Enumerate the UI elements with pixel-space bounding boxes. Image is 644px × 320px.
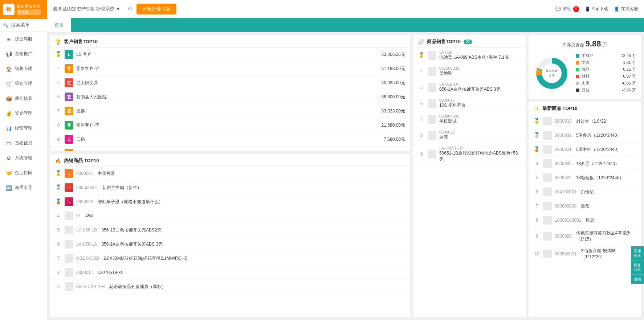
nav-tabs: 首页 (47, 18, 644, 32)
list-item: 6 004100001 白钢垫 (529, 185, 641, 199)
app-subtitle: 标准版 (17, 9, 41, 15)
app-download-btn[interactable]: 📱 App下载 (585, 6, 608, 12)
top-bar: 装备及固定资产辅助管理系统 ▼ ⚙ 体验行业方案 💬 消息 6 📱 App下载 … (47, 0, 644, 18)
sidebar-item-finance[interactable]: 💰 资金管理 (0, 106, 47, 121)
list-item: 8 10000100001 原盅 (529, 213, 641, 227)
float-btn-live[interactable]: 直播 (631, 275, 644, 284)
rank-medal-3: 🥉 (55, 198, 62, 205)
sidebar-item-sales[interactable]: 🏠 销售管理 (0, 61, 47, 76)
list-item: 7 000800008 原盘 (529, 199, 641, 213)
gear-icon[interactable]: ⚙ (128, 6, 132, 12)
legend-value: -0.05 万 (622, 81, 636, 86)
product-code: 000800008 (555, 204, 576, 209)
rank-num: 4 (418, 69, 425, 74)
rank-num: 5 (55, 80, 62, 85)
customer-amount: 33,333.00元 (382, 108, 405, 114)
product-thumbnail (428, 67, 436, 76)
customer-amount: 7,680.00元 (384, 136, 405, 143)
product-name: 智利车子里（规格不知道填什么） (98, 199, 405, 205)
inventory-total: 库存总资金 9.88 万 (534, 39, 636, 49)
customer-amount: 51,183.00元 (382, 66, 405, 72)
newest-icon: ✨ (534, 106, 539, 111)
legend-label: 文具 (582, 60, 621, 65)
system-name-dropdown[interactable]: 装备及固定资产辅助管理系统 ▼ (53, 6, 121, 12)
customer-amount: 21,680.00元 (382, 122, 405, 128)
rank-medal-1: 🥇 (55, 170, 62, 177)
experience-btn[interactable]: 体验行业方案 (136, 4, 176, 15)
product-name: 体械蔗核味苏打饮品400毫升（1*15） (576, 230, 636, 242)
newest-panel: ✨ 最新商品 TOP10 🥇 0000033 封边带（1.0*22） 🥈 (529, 102, 641, 317)
product-name: 056-1A白色按键开关盖ABS 3壳 (439, 86, 521, 93)
product-thumbnail (543, 250, 552, 258)
message-icon: 💬 (555, 7, 561, 12)
customer-name: 云扬 (76, 136, 381, 143)
system-name: 装备及固定资产辅助管理系统 (53, 6, 114, 12)
float-btn-service[interactable]: 客服热线 (631, 246, 644, 260)
sidebar-item-guide[interactable]: 🆕 新手引导 (0, 180, 47, 195)
list-item: 9 KK-SD22110H 花语萌恒温分腿睡袋（厚款） (50, 280, 410, 294)
product-code: 000500001 (76, 185, 98, 190)
sidebar-item-system[interactable]: ⚙ 系统管理 (0, 151, 47, 165)
legend-value: -3.86 万 (622, 87, 636, 93)
legend-value: 1.01 万 (623, 60, 636, 65)
svg-text:占比: 占比 (549, 74, 555, 77)
search-menu[interactable]: 🔍 搜索菜单 (0, 19, 47, 32)
product-code: 0000011 (76, 270, 93, 275)
top-bar-right: 💬 消息 6 📱 App下载 👤 在线客服 (555, 6, 638, 12)
rank-num: 6 (55, 94, 62, 99)
list-item: 🥇 0000033 封边带（1.0*22） (529, 114, 641, 128)
list-item: 9 LA-59651-1B 59651-1B旋转投影灯电池盒ABS黑色+58壳 (413, 143, 526, 165)
table-row: 4 零 零售客户-许 51,183.00元 (50, 62, 410, 76)
product-code: 0000017 (439, 98, 521, 102)
list-item: 🥉 🍗 0000002 智利车子里（规格不知道填什么） (50, 195, 410, 209)
sidebar-item-base[interactable]: 🗃 基础信息 (0, 136, 47, 151)
sidebar-item-quick-nav[interactable]: ⊞ 快捷导航 (0, 32, 47, 46)
sidebar-item-label: 快捷导航 (15, 36, 32, 42)
inventory-panel: 库存总资金 9.88 万 (529, 35, 641, 99)
sidebar-item-inventory[interactable]: 📦 库存核算 (0, 91, 47, 106)
quick-nav-icon: ⊞ (5, 36, 12, 42)
inventory-unit: 万 (602, 42, 607, 48)
product-code: 003800001 (555, 251, 576, 257)
sidebar-item-marketing[interactable]: 📢 营销推广 (0, 46, 47, 61)
sidebar-item-company[interactable]: 🤝 企业协同 (0, 165, 47, 180)
service-label: 在线客服 (621, 6, 638, 12)
online-service-btn[interactable]: 👤 在线客服 (614, 6, 638, 12)
product-thumbnail (543, 202, 552, 210)
table-row: 9 云 云扬 7,680.00元 (50, 132, 410, 147)
legend-item: 成品 0.25 万 (576, 67, 636, 72)
legend-value: 0.25 万 (623, 67, 636, 72)
float-btn-community[interactable]: 服务社区 (631, 260, 644, 275)
svg-text:库存资金: 库存资金 (546, 69, 558, 73)
rank-num: 7 (55, 108, 62, 114)
list-item: 6 LA-056-1A 056-1A白色按键开关盖ABS 3壳 (50, 237, 410, 251)
product-code: 004100001 (555, 189, 576, 194)
tab-home[interactable]: 首页 (47, 18, 71, 32)
sidebar-item-label: 新手引导 (15, 185, 32, 191)
message-btn[interactable]: 💬 消息 6 (555, 6, 579, 12)
rank-num: 8 (418, 133, 425, 138)
sidebar-item-purchase[interactable]: 🛒 采购管理 (0, 76, 47, 91)
middle-panel-title: 商品销售TOP10 (427, 38, 461, 45)
right-panel: 库存总资金 9.88 万 (529, 35, 641, 317)
sidebar-item-label: 系统管理 (15, 155, 32, 161)
table-row: 10 档 档总 7,563.00元 (50, 147, 410, 151)
customer-name: 苍南县人民医院 (76, 94, 379, 100)
table-row: 5 红 红太阳文具 40,925.00元 (50, 76, 410, 90)
left-panels: 🏆 客户销售TOP10 🥇 L LS 客户 53,006.26元 4 零 (50, 35, 410, 317)
list-item: 🥇 🍖 0000001 中华神器 (50, 167, 410, 181)
list-item: 5 LA-056-1B 056-1B白色按键开关壳ABS2壳 (50, 223, 410, 237)
list-item: 5 LA-056-1A 056-1A白色按键开关盖ABS 3壳 (413, 79, 526, 95)
product-name: 2.0X30MM双搓花轴,搓花直径2.1MM/ROHS (103, 255, 405, 262)
sidebar-item-label: 营销推广 (15, 51, 32, 57)
list-item: 10 003800001 22g鱼豆腐-烧烤味（1*12*20） (529, 245, 641, 263)
product-thumbnail (543, 145, 552, 154)
logo-text-area: 畅捷通好生意 标准版 (17, 4, 41, 15)
rank-num: 6 (55, 242, 62, 247)
rank-num: 4 (55, 213, 62, 218)
product-thumbnail: 🥩 (65, 183, 73, 192)
sidebar-item-operation[interactable]: 📊 经营管理 (0, 121, 47, 136)
table-row: 🥇 L LS 客户 53,006.26元 (50, 48, 410, 62)
product-name: 原盅 (586, 217, 636, 223)
table-row: 6 苍 苍南县人民医院 36,600.00元 (50, 90, 410, 104)
